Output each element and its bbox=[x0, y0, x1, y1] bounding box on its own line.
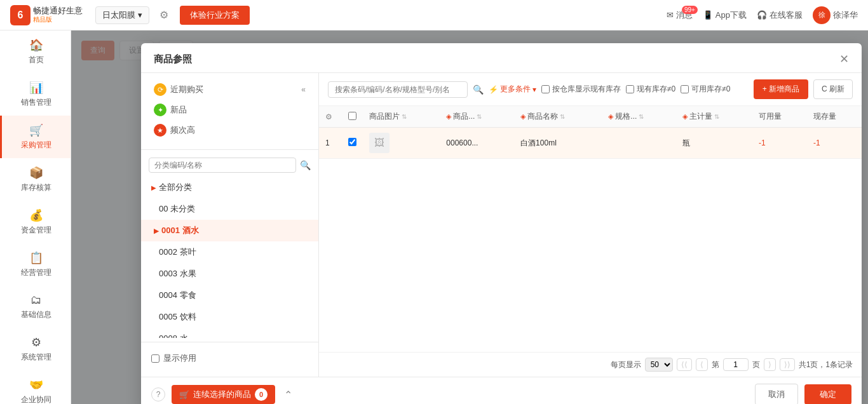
quick-link-frequent[interactable]: ★ 频次高 bbox=[147, 120, 312, 140]
row-code: 000600... bbox=[440, 128, 514, 159]
gear-button[interactable]: ⚙ bbox=[154, 6, 173, 25]
quick-link-recent[interactable]: ⟳ 近期购买 « bbox=[147, 79, 312, 100]
inventory-icon: 📦 bbox=[29, 166, 43, 180]
right-panel: 🔍 ⚡ 更多条件 ▾ 按仓库显示现有库存 现有库存≠0 bbox=[319, 73, 862, 377]
sidebar: 🏠 首页 📊 销售管理 🛒 采购管理 📦 库存核算 💰 资金管理 📋 经营管理 … bbox=[0, 30, 71, 404]
filter-chevron-icon: ▾ bbox=[532, 85, 536, 94]
sidebar-item-enterprise[interactable]: 🤝 企业协同 bbox=[0, 370, 71, 404]
info-icon: 🗂 bbox=[31, 293, 42, 307]
new-icon: ✦ bbox=[154, 104, 166, 116]
modal-header: 商品参照 ✕ bbox=[141, 43, 862, 73]
cart-count-badge: 0 bbox=[255, 388, 268, 401]
name-sort-icon: ⇅ bbox=[560, 113, 565, 120]
right-toolbar: 🔍 ⚡ 更多条件 ▾ 按仓库显示现有库存 现有库存≠0 bbox=[319, 73, 862, 106]
operations-icon: 📋 bbox=[29, 251, 43, 265]
row-select-checkbox[interactable] bbox=[348, 138, 356, 146]
stock-not-zero-checkbox[interactable] bbox=[626, 85, 634, 93]
category-item-00[interactable]: 00 未分类 bbox=[141, 198, 318, 220]
confirm-button[interactable]: 确定 bbox=[804, 384, 851, 404]
row-available: -1 bbox=[752, 128, 807, 159]
checkbox-warehouse[interactable]: 按仓库显示现有库存 bbox=[541, 84, 621, 95]
enterprise-icon: 🤝 bbox=[29, 378, 43, 392]
system-icon: ⚙ bbox=[31, 335, 41, 349]
checkbox-stock-not-zero[interactable]: 现有库存≠0 bbox=[626, 84, 675, 95]
spec-sort-icon: ⇅ bbox=[639, 113, 644, 120]
product-table-wrapper: ⚙ 商品图片 ⇅ bbox=[319, 106, 862, 352]
table-row[interactable]: 1 🖼 000600... 白酒100ml bbox=[319, 128, 862, 159]
add-product-button[interactable]: + 新增商品 bbox=[754, 79, 808, 99]
recent-icon: ⟳ bbox=[154, 83, 166, 96]
category-item-0002[interactable]: 0002 茶叶 bbox=[141, 241, 318, 263]
sidebar-item-operations[interactable]: 📋 经营管理 bbox=[0, 243, 71, 286]
warehouse-checkbox[interactable] bbox=[541, 85, 550, 93]
topbar-right: ✉ 消息 99+ 📱 App下载 🎧 在线客服 徐 徐泽华 bbox=[667, 6, 858, 24]
prev-page-button[interactable]: ⟨ bbox=[696, 358, 708, 371]
col-image: 商品图片 ⇅ bbox=[363, 106, 440, 128]
filter-button[interactable]: ⚡ 更多条件 ▾ bbox=[489, 84, 536, 95]
category-item-0008[interactable]: 0008 水 bbox=[141, 328, 318, 338]
name-sort[interactable]: ◈ 商品名称 ⇅ bbox=[520, 111, 595, 122]
sidebar-item-basic-info[interactable]: 🗂 基础信息 bbox=[0, 286, 71, 328]
content-area: 查询 设置 刷新 商品参照 ✕ ⟳ 近期购买 bbox=[71, 30, 868, 404]
show-disabled-checkbox[interactable] bbox=[151, 354, 159, 363]
unit-sort-icon: ⇅ bbox=[714, 113, 719, 120]
next-page-button[interactable]: ⟩ bbox=[764, 358, 776, 371]
row-spec bbox=[602, 128, 676, 159]
refresh-button[interactable]: C 刷新 bbox=[813, 79, 853, 99]
app-download-button[interactable]: 📱 App下载 bbox=[703, 10, 747, 21]
collapse-button[interactable]: « bbox=[301, 85, 306, 94]
sidebar-item-finance[interactable]: 💰 资金管理 bbox=[0, 201, 71, 243]
category-item-0005[interactable]: 0005 饮料 bbox=[141, 306, 318, 328]
category-list: ▶ 全部分类 00 未分类 ▶ 0001 酒水 0002 茶叶 bbox=[141, 177, 318, 338]
cart-collapse-icon[interactable]: ⌃ bbox=[284, 389, 292, 401]
sidebar-item-home[interactable]: 🏠 首页 bbox=[0, 30, 71, 73]
user-menu[interactable]: 徐 徐泽华 bbox=[813, 6, 858, 24]
modal-title: 商品参照 bbox=[154, 53, 192, 65]
online-service-button[interactable]: 🎧 在线客服 bbox=[757, 10, 803, 21]
sidebar-item-inventory[interactable]: 📦 库存核算 bbox=[0, 158, 71, 201]
arrow-icon: ▶ bbox=[151, 184, 156, 191]
select-all-checkbox[interactable] bbox=[348, 112, 356, 120]
first-page-button[interactable]: ⟨⟨ bbox=[677, 358, 692, 371]
col-unit: ◈ 主计量 ⇅ bbox=[676, 106, 752, 128]
company-selector[interactable]: 日太阳膜 ▾ bbox=[95, 6, 149, 24]
col-settings[interactable]: ⚙ bbox=[319, 106, 342, 128]
help-button[interactable]: ? bbox=[151, 387, 165, 401]
page-number-input[interactable] bbox=[723, 358, 749, 371]
filter-icon: ⚡ bbox=[489, 85, 498, 94]
product-search-input[interactable] bbox=[328, 81, 468, 98]
show-disabled-option[interactable]: 显示停用 bbox=[141, 346, 318, 370]
message-button[interactable]: ✉ 消息 99+ bbox=[667, 10, 693, 21]
sidebar-item-sales[interactable]: 📊 销售管理 bbox=[0, 73, 71, 116]
quick-link-new[interactable]: ✦ 新品 bbox=[147, 100, 312, 120]
col-name-sort-icon: ◈ bbox=[520, 112, 526, 121]
per-page-select[interactable]: 50 bbox=[645, 358, 673, 372]
category-item-0003[interactable]: 0003 水果 bbox=[141, 263, 318, 285]
logo: 6 畅捷通好生意 精品版 bbox=[10, 5, 83, 25]
unit-sort[interactable]: ◈ 主计量 ⇅ bbox=[682, 111, 746, 122]
purchase-icon: 🛒 bbox=[29, 123, 43, 137]
category-item-0004[interactable]: 0004 零食 bbox=[141, 285, 318, 306]
trial-button[interactable]: 体验行业方案 bbox=[180, 6, 250, 25]
column-settings-icon[interactable]: ⚙ bbox=[325, 112, 332, 121]
checkbox-available-not-zero[interactable]: 可用库存≠0 bbox=[681, 84, 730, 95]
col-unit-sort-icon: ◈ bbox=[682, 112, 688, 121]
category-search-box: 🔍 bbox=[141, 154, 318, 177]
cart-button[interactable]: 🛒 连续选择的商品 0 bbox=[172, 385, 275, 404]
category-search-icon[interactable]: 🔍 bbox=[300, 160, 311, 170]
product-thumbnail: 🖼 bbox=[369, 133, 390, 153]
sidebar-item-system[interactable]: ⚙ 系统管理 bbox=[0, 328, 71, 370]
sidebar-item-purchase[interactable]: 🛒 采购管理 bbox=[0, 116, 71, 158]
category-search-input[interactable] bbox=[149, 158, 296, 173]
row-checkbox[interactable] bbox=[342, 128, 363, 159]
category-item-0001[interactable]: ▶ 0001 酒水 bbox=[141, 220, 318, 241]
image-sort[interactable]: 商品图片 ⇅ bbox=[369, 111, 433, 122]
last-page-button[interactable]: ⟩⟩ bbox=[780, 358, 795, 371]
available-not-zero-checkbox[interactable] bbox=[681, 85, 689, 93]
cancel-button[interactable]: 取消 bbox=[755, 384, 798, 404]
code-sort[interactable]: ◈ 商品... ⇅ bbox=[446, 111, 508, 122]
modal-close-button[interactable]: ✕ bbox=[839, 52, 849, 66]
category-item-all[interactable]: ▶ 全部分类 bbox=[141, 177, 318, 198]
spec-sort[interactable]: ◈ 规格... ⇅ bbox=[608, 111, 670, 122]
product-search-icon[interactable]: 🔍 bbox=[473, 84, 484, 95]
